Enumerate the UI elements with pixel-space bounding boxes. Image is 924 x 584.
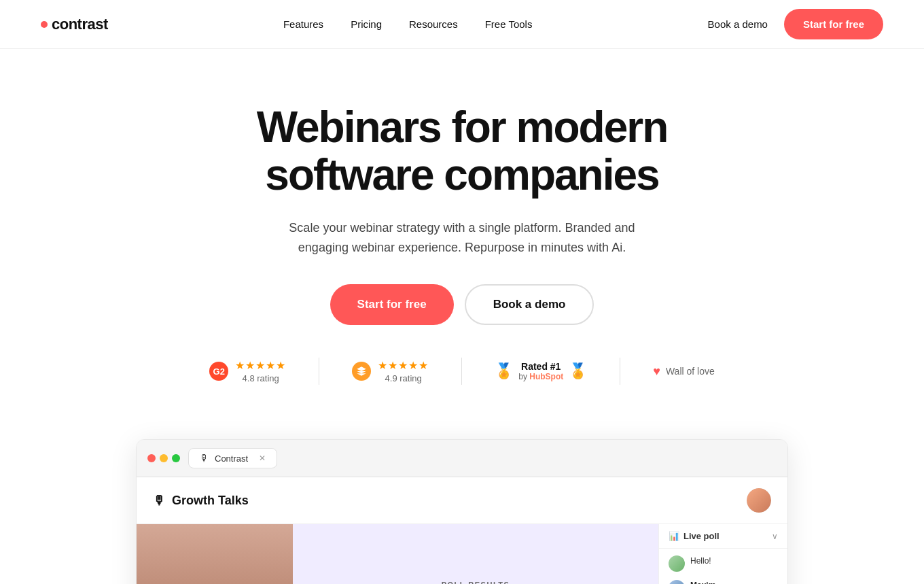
capterra-rating: ★★★★★ 4.9 rating	[352, 359, 429, 383]
nav-resources[interactable]: Resources	[409, 18, 458, 30]
logo-dot	[41, 21, 48, 28]
g2-score: 4.8 rating	[235, 373, 286, 383]
laurel-right: 🏅	[569, 362, 587, 380]
nav-pricing[interactable]: Pricing	[351, 18, 382, 30]
hubspot-badge: 🏅 Rated #1 by HubSpot 🏅	[495, 361, 587, 381]
nav-right: Book a demo Start for free	[708, 9, 883, 39]
webinar-body: POLL RESULTS Which marketing channel has…	[137, 524, 787, 584]
bar-chart-icon: 📊	[669, 531, 679, 541]
nav-free-tools[interactable]: Free Tools	[485, 18, 533, 30]
browser-tab: 🎙 Contrast ✕	[188, 448, 277, 468]
g2-stars: ★★★★★	[235, 359, 286, 372]
live-poll-title: 📊 Live poll	[669, 531, 719, 541]
user-avatar	[747, 488, 771, 513]
webinar-main: POLL RESULTS Which marketing channel has…	[137, 524, 658, 584]
hero-headline: Webinars for modern software companies	[257, 103, 667, 199]
hero-subtext: Scale your webinar strategy with a singl…	[272, 218, 652, 258]
capterra-stars: ★★★★★	[378, 359, 429, 372]
chat-text-1: Hello!	[690, 556, 711, 566]
g2-icon: G2	[209, 362, 228, 381]
webinar-icon: 🎙	[153, 494, 165, 508]
chat-sidebar: 📊 Live poll ∨ Hello!	[658, 524, 787, 584]
presenter-image	[137, 524, 293, 584]
hero-start-free-button[interactable]: Start for free	[330, 284, 454, 325]
tab-label: Contrast	[215, 453, 248, 464]
nav-links: Features Pricing Resources Free Tools	[283, 18, 533, 30]
wall-of-love-text: Wall of love	[666, 366, 715, 377]
webinar-header: 🎙 Growth Talks	[137, 477, 787, 524]
hero-buttons: Start for free Book a demo	[330, 284, 594, 325]
divider-3	[620, 358, 620, 385]
browser-bar: 🎙 Contrast ✕	[137, 440, 787, 477]
heart-icon: ♥	[653, 364, 660, 379]
chat-messages: Hello! Maxim Where're you joining from? …	[659, 549, 787, 584]
hubspot-rated: Rated #1	[518, 361, 563, 372]
video-thumbnail	[137, 524, 293, 584]
dot-red	[147, 454, 156, 462]
divider-2	[461, 358, 462, 385]
divider-1	[319, 358, 319, 385]
hero-book-demo-button[interactable]: Book a demo	[465, 284, 594, 325]
dot-yellow	[160, 454, 168, 462]
logo[interactable]: contrast	[41, 16, 108, 33]
contrast-icon: 🎙	[200, 453, 209, 464]
sidebar-header: 📊 Live poll ∨	[659, 524, 787, 549]
laurel-left: 🏅	[495, 362, 513, 380]
nav-start-free-button[interactable]: Start for free	[784, 9, 883, 39]
wall-of-love: ♥ Wall of love	[653, 364, 715, 379]
expand-icon[interactable]: ∨	[772, 532, 778, 541]
chat-message-1: Hello!	[669, 555, 778, 572]
browser-content: 🎙 Growth Talks POLL RESULTS Which market…	[137, 477, 787, 584]
avatar-1	[669, 555, 685, 572]
poll-panel: POLL RESULTS Which marketing channel has…	[293, 524, 658, 584]
g2-rating: G2 ★★★★★ 4.8 rating	[209, 359, 286, 383]
capterra-score: 4.9 rating	[378, 373, 429, 383]
chat-message-2: Maxim Where're you joining from? We're i…	[669, 580, 778, 584]
avatar-2	[669, 580, 685, 584]
webinar-title: 🎙 Growth Talks	[153, 494, 249, 508]
dot-green	[172, 454, 180, 462]
hero-section: Webinars for modern software companies S…	[0, 49, 924, 412]
nav-features[interactable]: Features	[283, 18, 323, 30]
browser-dots	[147, 454, 180, 462]
browser-mockup: 🎙 Contrast ✕ 🎙 Growth Talks	[136, 439, 788, 584]
nav-book-demo[interactable]: Book a demo	[708, 18, 768, 30]
poll-label: POLL RESULTS	[442, 581, 510, 584]
capterra-icon	[352, 362, 371, 381]
ratings-bar: G2 ★★★★★ 4.8 rating ★★★★★ 4.9 rating 🏅 R…	[209, 358, 715, 385]
chat-name-2: Maxim	[690, 580, 778, 584]
tab-close-icon[interactable]: ✕	[259, 453, 266, 463]
hubspot-by: by HubSpot	[518, 372, 563, 381]
logo-text: contrast	[52, 16, 108, 33]
navbar: contrast Features Pricing Resources Free…	[0, 0, 924, 49]
